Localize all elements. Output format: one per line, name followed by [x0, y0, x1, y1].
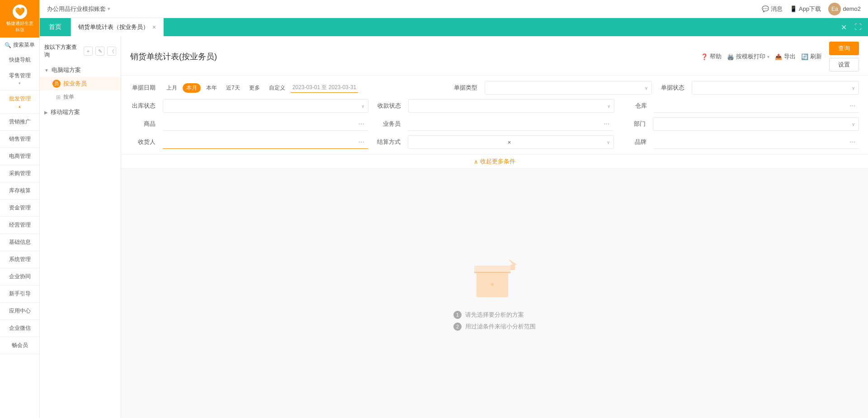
- consignee-dots[interactable]: ···: [359, 138, 364, 146]
- payment-method-select[interactable]: × ∨: [408, 135, 614, 149]
- search-menu-label: 搜索菜单: [13, 41, 35, 49]
- messages-button[interactable]: 💬 消息: [762, 5, 783, 13]
- empty-tip-2: 2 用过滤条件来缩小分析范围: [453, 323, 536, 331]
- brand-dots[interactable]: ···: [849, 138, 855, 146]
- filter-row-4: 收货人 ··· 结算方式 × ∨ 品牌 ···: [130, 135, 859, 149]
- export-label: 导出: [784, 52, 796, 61]
- sidebar-item-sales[interactable]: 销售管理: [0, 131, 39, 148]
- sidebar-item-enterprise[interactable]: 企业协同: [0, 268, 39, 285]
- collapse-button[interactable]: ∧ 收起更多条件: [121, 155, 868, 168]
- sub-plan-item[interactable]: ⊞ 按单: [40, 90, 121, 104]
- quick-nav-item[interactable]: 快捷导航: [0, 52, 39, 67]
- tab-close-button[interactable]: ×: [152, 24, 156, 31]
- date-range[interactable]: 2023-03-01 至 2023-03-31: [291, 83, 358, 93]
- app-subtitle: 标版: [15, 27, 24, 33]
- sidebar-item-operations[interactable]: 经营管理: [0, 217, 39, 234]
- payment-status-arrow: ∨: [607, 104, 610, 109]
- user-name: demo2: [843, 5, 861, 12]
- out-status-select[interactable]: ∨: [163, 99, 368, 113]
- message-icon: 💬: [762, 5, 769, 12]
- system-label: 系统管理: [9, 256, 31, 263]
- empty-tips: 1 请先选择要分析的方案 2 用过滤条件来缩小分析范围: [453, 311, 536, 331]
- page-content: 按以下方案查询 + ✎ 《 ▼ 电脑端方案: [40, 36, 868, 418]
- date-tab-7days[interactable]: 近7天: [222, 83, 244, 93]
- tab-home[interactable]: 首页: [40, 18, 71, 36]
- out-status-arrow: ∨: [361, 104, 364, 109]
- salesperson-input[interactable]: ···: [408, 117, 613, 131]
- brand-input[interactable]: ···: [654, 135, 859, 149]
- sidebar-item-finance[interactable]: 资金管理: [0, 200, 39, 217]
- window-maximize-button[interactable]: ⛶: [853, 22, 863, 33]
- active-plan-item[interactable]: 员 按业务员: [40, 77, 121, 90]
- payment-status-label: 收款状态: [376, 102, 401, 110]
- date-tab-custom[interactable]: 自定义: [265, 83, 289, 93]
- date-tab-more[interactable]: 更多: [245, 83, 264, 93]
- export-button[interactable]: 📤 导出: [775, 52, 796, 61]
- sidebar-item-wechat[interactable]: 企业微信: [0, 320, 39, 337]
- mobile-group-title[interactable]: ▶ 移动端方案: [40, 105, 121, 119]
- help-button[interactable]: ❓ 帮助: [701, 52, 722, 61]
- empty-illustration: [467, 256, 522, 302]
- refresh-icon: 🔄: [801, 53, 808, 60]
- doc-type-select[interactable]: ∨: [485, 81, 652, 95]
- filter-row-1: 单据日期 上月 本月 本年 近7天 更多 自定义 2023-03-01 至 20…: [130, 81, 859, 95]
- tip-num-1: 1: [453, 311, 462, 319]
- sidebar-item-basic-info[interactable]: 基础信息: [0, 234, 39, 251]
- consignee-input[interactable]: ···: [163, 135, 368, 149]
- app-selector[interactable]: 办公用品行业模拟账套 ▾: [47, 5, 110, 13]
- edit-plan-button[interactable]: ✎: [95, 47, 104, 56]
- settings-button[interactable]: 设置: [829, 58, 859, 71]
- query-button[interactable]: 查询: [829, 42, 859, 55]
- sub-plan-label: 按单: [63, 93, 74, 101]
- retail-label: 零售管理: [9, 72, 31, 80]
- enterprise-label: 企业协同: [9, 273, 31, 280]
- warehouse-dots[interactable]: ···: [849, 102, 855, 110]
- salesperson-dots[interactable]: ···: [604, 120, 609, 128]
- user-menu[interactable]: Ea demo2: [828, 3, 861, 15]
- refresh-button[interactable]: 🔄 刷新: [801, 52, 822, 61]
- goods-dots[interactable]: ···: [359, 120, 364, 128]
- search-icon: 🔍: [5, 42, 11, 48]
- messages-label: 消息: [771, 5, 783, 13]
- sidebar-item-marketing[interactable]: 营销推广: [0, 114, 39, 131]
- template-print-button[interactable]: 🖨️ 按模板打印 ▾: [727, 52, 769, 61]
- active-plan-label: 按业务员: [63, 80, 87, 88]
- sidebar-item-retail[interactable]: 零售管理 ▾: [0, 67, 39, 90]
- collapse-label: 收起更多条件: [480, 157, 515, 166]
- window-close-button[interactable]: ✕: [838, 22, 849, 33]
- sidebar-item-purchase[interactable]: 采购管理: [0, 165, 39, 182]
- tip-text-1: 请先选择要分析的方案: [465, 311, 524, 319]
- search-menu-item[interactable]: 🔍 搜索菜单: [0, 38, 39, 52]
- date-tab-this-year[interactable]: 本年: [203, 83, 221, 93]
- doc-status-select[interactable]: ∨: [692, 81, 859, 95]
- sidebar-item-app-center[interactable]: 应用中心: [0, 303, 39, 320]
- pc-group-arrow: ▼: [44, 68, 49, 73]
- sidebar-item-guide[interactable]: 新手引导: [0, 285, 39, 303]
- template-print-label: 按模板打印: [736, 52, 765, 61]
- sidebar-item-wholesale[interactable]: 批发管理 ▴: [0, 90, 39, 114]
- warehouse-input[interactable]: ···: [654, 99, 859, 113]
- left-panel-actions: + ✎ 《: [84, 47, 116, 56]
- payment-method-clear[interactable]: ×: [508, 139, 511, 146]
- sidebar-item-system[interactable]: 系统管理: [0, 251, 39, 268]
- collapse-panel-button[interactable]: 《: [107, 47, 116, 56]
- date-tab-this-month[interactable]: 本月: [183, 83, 201, 93]
- tab-sales-stats[interactable]: 销货单统计表（按业务员） ×: [71, 18, 164, 36]
- empty-state: 1 请先选择要分析的方案 2 用过滤条件来缩小分析范围: [121, 169, 868, 418]
- app-download-button[interactable]: 📱 App下载: [790, 5, 821, 13]
- page-title: 销货单统计表(按业务员): [130, 51, 217, 62]
- date-tab-last-month[interactable]: 上月: [163, 83, 181, 93]
- sidebar-item-member[interactable]: 畅会员: [0, 337, 39, 354]
- app-download-label: App下载: [799, 5, 821, 13]
- refresh-label: 刷新: [810, 52, 822, 61]
- tab-home-label: 首页: [49, 23, 61, 31]
- department-select[interactable]: ∨: [653, 117, 859, 131]
- sidebar-item-ecommerce[interactable]: 电商管理: [0, 148, 39, 165]
- add-plan-button[interactable]: +: [84, 47, 93, 56]
- payment-status-select[interactable]: ∨: [408, 99, 614, 113]
- goods-input[interactable]: ···: [163, 117, 368, 131]
- avatar: Ea: [828, 3, 841, 15]
- app-logo: 🧡 畅捷通好生意 标版: [0, 0, 39, 38]
- sidebar-item-inventory[interactable]: 库存核算: [0, 182, 39, 200]
- pc-group-title[interactable]: ▼ 电脑端方案: [40, 63, 121, 77]
